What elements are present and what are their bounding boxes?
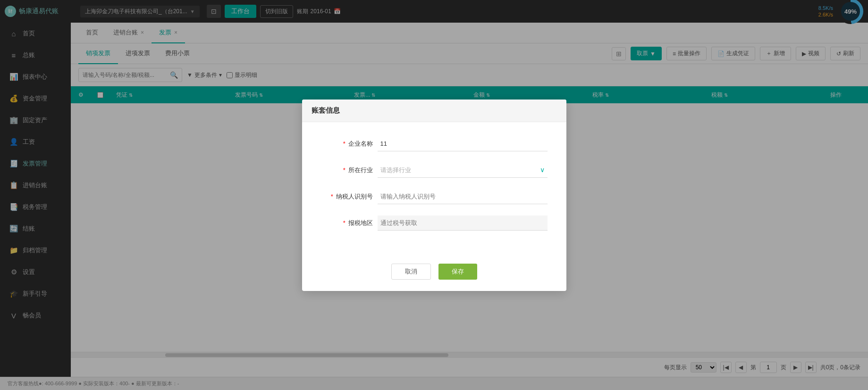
form-row-tax-region: * 报税地区: [321, 216, 548, 231]
required-star: *: [343, 140, 346, 147]
cancel-button[interactable]: 取消: [391, 264, 431, 280]
required-star-4: *: [343, 219, 346, 226]
industry-label: * 所在行业: [321, 166, 378, 174]
form-row-company-name: * 企业名称: [321, 136, 548, 151]
save-button[interactable]: 保存: [438, 264, 477, 280]
required-star-2: *: [343, 166, 346, 174]
modal-dialog: 账套信息 * 企业名称 * 所在行业 请选择行业: [302, 100, 566, 291]
form-row-tax-id: * 纳税人识别号: [321, 189, 548, 204]
tax-region-input: [378, 216, 548, 231]
required-star-3: *: [331, 193, 333, 200]
tax-region-label: * 报税地区: [321, 219, 378, 227]
tax-id-label: * 纳税人识别号: [321, 192, 378, 201]
industry-select[interactable]: 请选择行业: [378, 162, 548, 177]
modal-body: * 企业名称 * 所在行业 请选择行业 ∨: [302, 122, 566, 256]
modal-title: 账套信息: [312, 106, 340, 114]
modal-overlay: 账套信息 * 企业名称 * 所在行业 请选择行业: [0, 0, 868, 390]
industry-select-wrap[interactable]: 请选择行业 ∨: [378, 163, 548, 178]
form-row-industry: * 所在行业 请选择行业 ∨: [321, 163, 548, 178]
tax-id-input[interactable]: [378, 189, 548, 204]
modal-header: 账套信息: [302, 100, 566, 122]
company-name-label: * 企业名称: [321, 140, 378, 148]
company-name-input[interactable]: [378, 136, 548, 151]
modal-footer: 取消 保存: [302, 256, 566, 291]
